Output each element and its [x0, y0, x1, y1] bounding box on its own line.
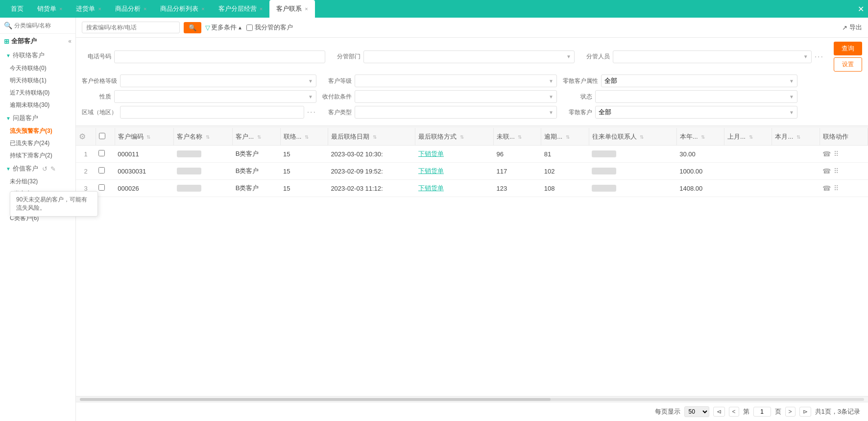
filter-row-4: 区域（地区） ··· 客户类型 ▼ 零散客户 全部 ▼ [82, 106, 862, 119]
sidebar-item-tomorrow-pending[interactable]: 明天待联络(1) [0, 74, 75, 87]
more-action-icon[interactable]: ⠿ [834, 150, 839, 158]
tab-customer-contact[interactable]: 客户联系 × [269, 0, 314, 18]
arrow-down-icon-3: ▼ [6, 166, 11, 172]
more-action-icon[interactable]: ⠿ [834, 184, 839, 192]
row-checkbox[interactable] [98, 167, 105, 173]
first-page-button[interactable]: ⊲ [713, 407, 725, 417]
last-method-link[interactable]: 下销货单 [418, 184, 444, 192]
col-this-month[interactable]: 本月... ⇅ [772, 128, 820, 146]
page-number-input[interactable] [753, 407, 771, 417]
row-contact-person-cell [589, 180, 676, 197]
col-overdue[interactable]: 逾期... ⇅ [541, 128, 589, 146]
query-button[interactable]: 查询 [834, 42, 862, 55]
last-page-button[interactable]: ⊳ [799, 407, 811, 417]
tab-product-analysis-list[interactable]: 商品分析列表 × [153, 0, 211, 18]
last-method-link[interactable]: 下销货单 [418, 150, 444, 157]
sidebar-item-churned[interactable]: 已流失客户(24) [0, 137, 75, 149]
sidebar-group-problem[interactable]: ▼ 问题客户 [0, 111, 75, 125]
sidebar-group-pending[interactable]: ▼ 待联络客户 [0, 49, 75, 62]
filter-manager-more-button[interactable]: ··· [815, 52, 824, 61]
filter-region-select[interactable] [120, 106, 304, 119]
sidebar-item-declining[interactable]: 持续下滑客户(2) [0, 149, 75, 162]
more-conditions-button[interactable]: ▽ 更多条件 ▲ [205, 23, 242, 32]
tab-purchase-order[interactable]: 进货单 × [69, 0, 108, 18]
col-customer-name[interactable]: 客户名称 ⇅ [174, 128, 233, 146]
tab-product-analysis-list-label: 商品分析列表 [160, 4, 198, 13]
col-contact-person[interactable]: 往来单位联系人 ⇅ [589, 128, 676, 146]
filter-status-select[interactable]: ▼ [595, 90, 797, 103]
filter-region-more-button[interactable]: ··· [307, 108, 316, 117]
col-last-contact-method[interactable]: 最后联络方式 ⇅ [415, 128, 494, 146]
collapse-icon[interactable]: « [68, 38, 72, 45]
close-customer-contact-icon[interactable]: × [305, 6, 308, 12]
close-product-analysis-icon[interactable]: × [144, 6, 146, 12]
contact-action-icon[interactable]: ☎ [822, 150, 831, 158]
filter-manager-select[interactable]: ▼ [613, 50, 812, 63]
scrollbar-thumb[interactable] [80, 398, 551, 401]
row-checkbox[interactable] [98, 150, 105, 156]
tab-customer-tier[interactable]: 客户分层经营 × [212, 0, 269, 18]
table-settings-icon[interactable]: ⚙ [79, 132, 86, 141]
col-unlisted[interactable]: 未联... ⇅ [493, 128, 541, 146]
per-page-select[interactable]: 50 100 [684, 406, 709, 417]
filter-icon: ▽ [205, 24, 210, 31]
next-page-button[interactable]: > [785, 407, 796, 417]
export-icon: ↗ [842, 24, 847, 31]
filter-customer-type-select[interactable]: ▼ [355, 106, 557, 119]
row-checkbox[interactable] [98, 184, 105, 191]
edit-icon[interactable]: ✎ [50, 165, 56, 173]
more-action-icon[interactable]: ⠿ [834, 167, 839, 175]
col-customer-code[interactable]: 客户编码 ⇅ [115, 128, 173, 146]
window-close-button[interactable]: ✕ [858, 4, 864, 14]
arrow-down-icon: ▼ [6, 53, 11, 58]
col-contact[interactable]: 联络... ⇅ [280, 128, 328, 146]
tooltip-churn-warning: 90天未交易的客户，可能有流失风险。 [10, 191, 76, 217]
filter-sparse-customer-select[interactable]: 全部 ▼ [595, 106, 797, 119]
row-last-method-cell: 下销货单 [415, 163, 494, 180]
close-customer-tier-icon[interactable]: × [260, 6, 263, 12]
prev-page-button[interactable]: < [729, 407, 739, 417]
col-last-month[interactable]: 上月... ⇅ [724, 128, 772, 146]
tab-sales-order[interactable]: 销货单 × [30, 0, 69, 18]
col-last-contact-date[interactable]: 最后联络日期 ⇅ [328, 128, 415, 146]
sidebar-search-input[interactable] [14, 22, 76, 29]
sidebar-item-churn-warning[interactable]: 流失预警客户(3) [0, 125, 75, 137]
filter-customer-tier-select[interactable]: ▼ [355, 74, 557, 87]
search-button[interactable]: 🔍 [184, 22, 201, 33]
row-contact-person-cell [589, 146, 676, 163]
col-customer-type[interactable]: 客户... ⇅ [233, 128, 280, 146]
filter-sparse-attr-select[interactable]: 全部 ▼ [601, 74, 797, 87]
my-customers-checkbox[interactable] [246, 25, 253, 31]
sidebar-item-today-pending[interactable]: 今天待联络(0) [0, 62, 75, 74]
filter-price-tier-select[interactable]: ▼ [120, 74, 316, 87]
filter-dept-select[interactable]: ▼ [363, 50, 575, 63]
close-product-analysis-list-icon[interactable]: × [201, 6, 204, 12]
page-label: 第 [743, 407, 749, 416]
col-year-amount[interactable]: 本年... ⇅ [676, 128, 724, 146]
all-customers-header[interactable]: ⊞ 全部客户 « [0, 34, 75, 49]
close-purchase-order-icon[interactable]: × [98, 6, 101, 12]
row-unlisted-cell: 117 [493, 163, 541, 180]
sidebar-item-overdue-pending[interactable]: 逾期未联络(30) [0, 99, 75, 111]
filter-payment-label: 收付款条件 [322, 93, 352, 101]
refresh-icon[interactable]: ↺ [42, 165, 48, 173]
filter-payment-select[interactable]: ▼ [355, 90, 557, 103]
search-input[interactable] [82, 22, 180, 33]
contact-action-icon[interactable]: ☎ [822, 184, 831, 192]
sidebar-item-ungrouped[interactable]: 未分组(32) [0, 175, 75, 188]
tab-product-analysis[interactable]: 商品分析 × [108, 0, 153, 18]
filter-phone-input[interactable] [114, 50, 325, 63]
tab-home[interactable]: 首页 [4, 0, 30, 18]
close-sales-order-icon[interactable]: × [59, 6, 62, 12]
select-all-checkbox[interactable] [99, 133, 105, 139]
export-button[interactable]: ↗ 导出 [842, 23, 862, 32]
last-method-link[interactable]: 下销货单 [418, 167, 444, 174]
horizontal-scrollbar[interactable] [76, 396, 868, 402]
contact-action-icon[interactable]: ☎ [822, 167, 831, 175]
settings-button[interactable]: 设置 [834, 57, 862, 72]
filter-status-label: 状态 [563, 93, 592, 101]
sidebar-item-7day-pending[interactable]: 近7天待联络(0) [0, 87, 75, 99]
sidebar-group-value[interactable]: ▼ 价值客户 ↺ ✎ [0, 162, 75, 175]
filter-nature-select[interactable]: ▼ [114, 90, 316, 103]
filter-row-2: 客户价格等级 ▼ 客户等级 ▼ 零散客户属性 全部 ▼ [82, 74, 862, 87]
